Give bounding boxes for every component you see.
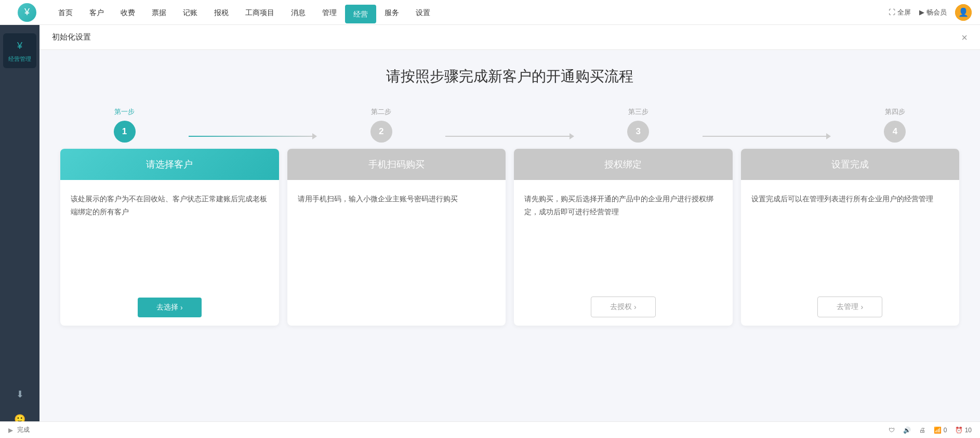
close-button[interactable]: × bbox=[961, 32, 968, 43]
steps-heading: 请按照步骤完成新客户的开通购买流程 bbox=[60, 67, 959, 86]
card-4-body: 设置完成后可以在管理列表进行所有企业用户的经营管理 bbox=[741, 180, 960, 288]
clock-status: ⏰ 10 bbox=[955, 427, 972, 434]
play-button[interactable]: ▶ bbox=[8, 427, 13, 434]
card-3-header: 授权绑定 bbox=[514, 149, 733, 180]
nav-item-记账[interactable]: 记账 bbox=[175, 0, 206, 25]
jingying-icon: ¥ bbox=[12, 38, 27, 53]
nav-item-客户[interactable]: 客户 bbox=[81, 0, 112, 25]
step-card-2: 手机扫码购买 请用手机扫码，输入小微企业主账号密码进行购买 bbox=[287, 149, 506, 326]
nav-item-收费[interactable]: 收费 bbox=[112, 0, 143, 25]
authorize-arrow-icon: › bbox=[634, 303, 637, 311]
sidebar-item-jingying[interactable]: ¥ 经营管理 bbox=[3, 33, 36, 68]
play-icon: ▶ bbox=[919, 8, 924, 16]
card-1-footer: 去选择 › bbox=[60, 289, 279, 326]
logo-icon: ¥ bbox=[18, 3, 36, 22]
print-icon: 🖨 bbox=[919, 427, 925, 434]
nav-item-工商项目[interactable]: 工商项目 bbox=[237, 0, 283, 25]
status-bar-right: 🛡 🔊 🖨 📶 0 ⏰ 10 bbox=[889, 427, 972, 434]
card-3-footer: 去授权 › bbox=[514, 288, 733, 326]
avatar[interactable]: 👤 bbox=[955, 4, 972, 21]
card-2-header: 手机扫码购买 bbox=[287, 149, 506, 180]
card-1-body: 该处展示的客户为不在回收站、客户状态正常建账后完成老板端绑定的所有客户 bbox=[60, 180, 279, 289]
card-2-footer bbox=[287, 309, 506, 326]
nav-item-首页[interactable]: 首页 bbox=[50, 0, 81, 25]
nav-item-设置[interactable]: 设置 bbox=[407, 0, 439, 25]
manage-arrow-icon: › bbox=[860, 303, 863, 311]
step-1-header: 第一步 1 bbox=[60, 107, 189, 143]
fullscreen-icon: ⛶ bbox=[889, 8, 895, 16]
go-authorize-button[interactable]: 去授权 › bbox=[591, 297, 656, 317]
nav-item-管理[interactable]: 管理 bbox=[314, 0, 345, 25]
status-bar: ▶ 完成 🛡 🔊 🖨 📶 0 ⏰ 10 bbox=[0, 421, 980, 438]
step-card-1: 请选择客户 该处展示的客户为不在回收站、客户状态正常建账后完成老板端绑定的所有客… bbox=[60, 149, 279, 326]
page-title: 初始化设置 bbox=[52, 32, 91, 42]
connector-2-3 bbox=[445, 133, 574, 139]
nav-item-经营[interactable]: 经营 bbox=[345, 5, 376, 23]
connector-1-2 bbox=[189, 133, 317, 139]
card-2-body: 请用手机扫码，输入小微企业主账号密码进行购买 bbox=[287, 180, 506, 309]
step-3-circle: 3 bbox=[627, 121, 649, 143]
nav-item-服务[interactable]: 服务 bbox=[376, 0, 407, 25]
nav-item-消息[interactable]: 消息 bbox=[283, 0, 314, 25]
sidebar: ¥ 经营管理 ⬇ 🙂 bbox=[0, 25, 39, 438]
member-btn[interactable]: ▶ 畅会员 bbox=[919, 8, 947, 17]
page-header: 初始化设置 × bbox=[39, 25, 980, 50]
top-nav: ¥ 首页客户收费票据记账报税工商项目消息管理经营服务设置 ⛶ 全屏 ▶ 畅会员 … bbox=[0, 0, 980, 25]
card-4-footer: 去管理 › bbox=[741, 288, 960, 326]
main-content: 初始化设置 × 请按照步骤完成新客户的开通购买流程 第一步 1 bbox=[39, 25, 980, 438]
step-4-header: 第四步 4 bbox=[831, 107, 959, 143]
shield-icon: 🛡 bbox=[889, 427, 895, 434]
go-manage-button[interactable]: 去管理 › bbox=[817, 297, 882, 317]
step-cards: 请选择客户 该处展示的客户为不在回收站、客户状态正常建账后完成老板端绑定的所有客… bbox=[60, 149, 959, 326]
nav-items: 首页客户收费票据记账报税工商项目消息管理经营服务设置 bbox=[50, 0, 889, 25]
svg-text:👤: 👤 bbox=[958, 7, 969, 17]
step-3-header: 第三步 3 bbox=[574, 107, 703, 143]
connector-3-4 bbox=[703, 133, 831, 139]
status-text: 完成 bbox=[17, 426, 30, 434]
step-card-3: 授权绑定 请先购买，购买后选择开通的产品中的企业用户进行授权绑定，成功后即可进行… bbox=[514, 149, 733, 326]
step-4-circle: 4 bbox=[884, 121, 906, 143]
steps-container: 请按照步骤完成新客户的开通购买流程 第一步 1 第二步 bbox=[39, 50, 980, 342]
logo: ¥ bbox=[8, 3, 46, 22]
card-3-body: 请先购买，购买后选择开通的产品中的企业用户进行授权绑定，成功后即可进行经营管理 bbox=[514, 180, 733, 288]
select-arrow-icon: › bbox=[180, 303, 183, 312]
nav-item-票据[interactable]: 票据 bbox=[143, 0, 175, 25]
nav-item-报税[interactable]: 报税 bbox=[206, 0, 237, 25]
step-2-circle: 2 bbox=[370, 121, 392, 143]
download-icon[interactable]: ⬇ bbox=[9, 384, 30, 405]
volume-icon: 🔊 bbox=[903, 427, 911, 434]
card-4-header: 设置完成 bbox=[741, 149, 960, 180]
sidebar-item-label: 经营管理 bbox=[8, 55, 31, 63]
step-2-header: 第二步 2 bbox=[317, 107, 445, 143]
status-bar-left: ▶ 完成 bbox=[8, 426, 30, 434]
card-1-header: 请选择客户 bbox=[60, 149, 279, 180]
step-card-4: 设置完成 设置完成后可以在管理列表进行所有企业用户的经营管理 去管理 › bbox=[741, 149, 960, 326]
step-1-label: 第一步 bbox=[114, 107, 135, 117]
layout: ¥ 经营管理 ⬇ 🙂 初始化设置 × 请按照步骤完成新客户的开通购买流程 第一步 bbox=[0, 25, 980, 438]
nav-right: ⛶ 全屏 ▶ 畅会员 👤 bbox=[889, 4, 972, 21]
go-select-button[interactable]: 去选择 › bbox=[138, 298, 202, 317]
fullscreen-btn[interactable]: ⛶ 全屏 bbox=[889, 8, 911, 17]
network-status: 📶 0 bbox=[934, 427, 947, 434]
step-2-label: 第二步 bbox=[371, 107, 391, 117]
step-3-label: 第三步 bbox=[628, 107, 648, 117]
step-1-circle: 1 bbox=[114, 121, 136, 143]
step-4-label: 第四步 bbox=[885, 107, 905, 117]
